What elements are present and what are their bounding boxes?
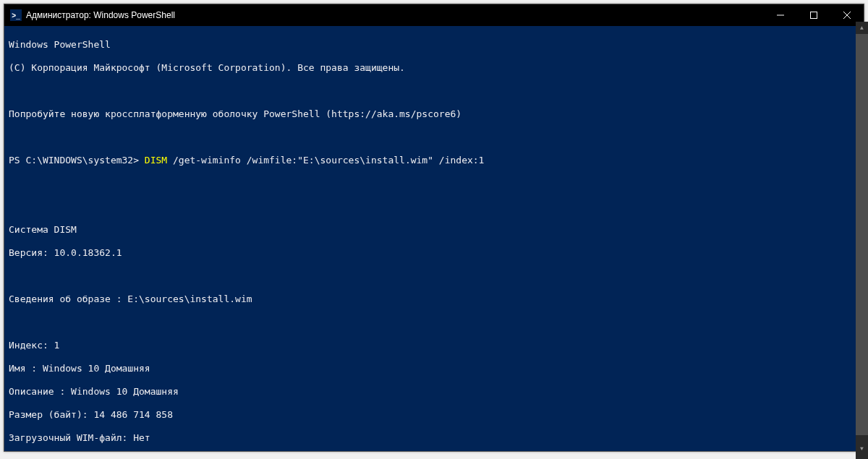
titlebar[interactable]: >_ Администратор: Windows PowerShell xyxy=(4,4,864,26)
scroll-up-arrow[interactable]: ▲ xyxy=(856,22,868,34)
output-line xyxy=(9,317,859,328)
output-line xyxy=(9,201,859,213)
prompt: PS C:\WINDOWS\system32> xyxy=(9,155,145,166)
svg-rect-1 xyxy=(811,12,817,19)
output-line: Описание : Windows 10 Домашняя xyxy=(9,386,859,398)
scrollbar-thumb[interactable] xyxy=(856,34,868,435)
output-line: Размер (байт): 14 486 714 858 xyxy=(9,409,859,421)
output-line: Имя : Windows 10 Домашняя xyxy=(9,363,859,374)
minimize-button[interactable] xyxy=(764,4,797,26)
scroll-down-arrow[interactable]: ▼ xyxy=(856,442,868,455)
powershell-icon: >_ xyxy=(10,9,22,21)
command-name: DISM xyxy=(145,155,167,166)
output-line: Сведения об образе : E:\sources\install.… xyxy=(9,293,859,305)
output-line xyxy=(9,178,859,189)
output-line: Индекс: 1 xyxy=(9,340,859,351)
window-title: Администратор: Windows PowerShell xyxy=(26,10,764,20)
output-line: (C) Корпорация Майкрософт (Microsoft Cor… xyxy=(9,62,859,74)
output-line: Версия: 10.0.18362.1 xyxy=(9,247,859,259)
window-controls xyxy=(764,4,864,26)
terminal-body[interactable]: Windows PowerShell (C) Корпорация Майкро… xyxy=(4,26,864,451)
output-line xyxy=(9,270,859,282)
terminal-content: Windows PowerShell (C) Корпорация Майкро… xyxy=(9,27,859,451)
maximize-button[interactable] xyxy=(797,4,830,26)
output-line: Загрузочный WIM-файл: Нет xyxy=(9,432,859,444)
output-line: Windows PowerShell xyxy=(9,39,859,51)
command-args: /get-wiminfo /wimfile:"E:\sources\instal… xyxy=(167,155,484,166)
powershell-window: >_ Администратор: Windows PowerShell Win… xyxy=(4,4,864,452)
output-line xyxy=(9,132,859,143)
output-line xyxy=(9,85,859,97)
command-line: PS C:\WINDOWS\system32> DISM /get-wiminf… xyxy=(9,155,859,166)
output-line: Попробуйте новую кроссплатформенную обол… xyxy=(9,108,859,120)
output-line: Cистема DISM xyxy=(9,224,859,236)
